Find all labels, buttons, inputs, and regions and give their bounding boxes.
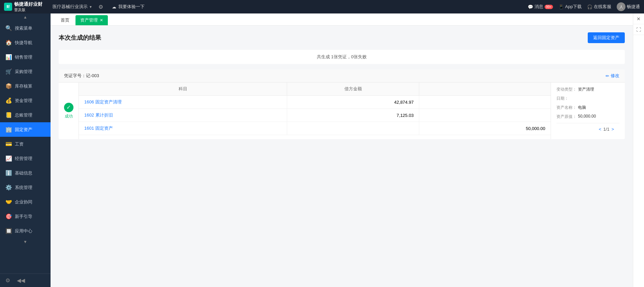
sidebar-label-ledger: 总账管理 — [15, 112, 32, 118]
sidebar-item-system[interactable]: ⚙️ 系统管理 — [0, 180, 51, 195]
info-date: 日期： — [556, 96, 619, 101]
side-info-panel: 变动类型： 资产清理 日期： 资产名称： 电脑 资产原值： — [551, 83, 625, 139]
settings-icon[interactable]: ⚙ — [98, 4, 103, 10]
voucher-main-table: 科目 借方金额 1606 固定资产清理 42,874.97 — [79, 83, 551, 139]
sidebar-item-sales[interactable]: 📊 销售管理 — [0, 50, 51, 64]
sidebar-label-inventory: 库存核算 — [15, 83, 32, 89]
collapse-sidebar-button[interactable]: ◀◀ — [17, 277, 25, 284]
user-name: 畅捷通 — [627, 4, 640, 10]
edit-icon: ✏ — [606, 73, 609, 78]
settings-bottom-icon[interactable]: ⚙ — [5, 277, 10, 284]
sidebar-label-basic-info: 基础信息 — [15, 170, 32, 176]
row2-subject[interactable]: 1602 累计折旧 — [79, 109, 287, 122]
asset-value-label: 资产原值： — [556, 114, 577, 120]
row3-subject[interactable]: 1601 固定资产 — [79, 122, 287, 135]
scroll-down-button[interactable]: ▼ — [0, 238, 51, 246]
sidebar-label-search: 搜索菜单 — [15, 25, 32, 31]
sidebar-label-quick-nav: 快捷导航 — [15, 40, 32, 46]
sidebar-label-operations: 经营管理 — [15, 156, 32, 162]
app-version: 普及版 — [14, 7, 42, 12]
main-layout: ▲ 🔍 搜索菜单 🏠 快捷导航 📊 销售管理 🛒 采购管理 📦 库存核算 💰 资… — [0, 13, 644, 287]
sidebar-item-ledger[interactable]: 📒 总账管理 — [0, 108, 51, 122]
close-panel-button[interactable]: ✕ — [633, 13, 644, 24]
row2-debit: 7,125.03 — [287, 109, 419, 122]
box-icon: 📦 — [5, 83, 12, 89]
sidebar-item-inventory[interactable]: 📦 库存核算 — [0, 79, 51, 93]
asset-value-value: 50,000.00 — [578, 114, 596, 120]
messages-button[interactable]: 💬 消息 99+ — [528, 4, 553, 10]
app-download-label: App下载 — [565, 4, 582, 10]
change-type-label: 变动类型： — [556, 87, 577, 92]
sidebar-item-search[interactable]: 🔍 搜索菜单 — [0, 21, 51, 35]
cloud-icon: ☁ — [112, 4, 116, 9]
headset-icon: 🎧 — [587, 4, 592, 9]
sidebar-label-fixed-assets: 固定资产 — [15, 127, 32, 133]
sidebar-item-enterprise[interactable]: 🤝 企业协同 — [0, 195, 51, 209]
change-type-value: 资产清理 — [578, 87, 594, 92]
message-icon: 💬 — [528, 4, 533, 9]
sidebar-item-operations[interactable]: 📈 经营管理 — [0, 151, 51, 166]
logo-icon: 财 — [4, 3, 12, 11]
app-name: 畅捷通好业财 — [14, 1, 42, 7]
summary-bar: 共生成 1张凭证，0张失败 — [59, 50, 625, 64]
online-service-button[interactable]: 🎧 在线客服 — [587, 4, 611, 10]
asset-name-value: 电脑 — [578, 105, 586, 110]
back-to-fixed-assets-button[interactable]: 返回固定资产 — [588, 32, 625, 43]
row3-debit — [287, 122, 419, 135]
building-icon: 🏢 — [5, 126, 12, 133]
messages-badge: 99+ — [545, 5, 553, 9]
sidebar-item-quick-nav[interactable]: 🏠 快捷导航 — [0, 35, 51, 50]
topbar: 财 畅捷通好业财 普及版 医疗器械行业演示 ▼ ⚙ ☁ 我要体验一下 💬 消息 … — [0, 0, 644, 13]
page-content: 本次生成的结果 返回固定资产 共生成 1张凭证，0张失败 凭证字号：记-003 … — [51, 26, 633, 287]
chart-icon: 📊 — [5, 54, 12, 60]
sidebar-item-guide[interactable]: 🎯 新手引导 — [0, 209, 51, 224]
tab-home[interactable]: 首页 — [56, 15, 74, 25]
experience-button[interactable]: ☁ 我要体验一下 — [112, 4, 145, 10]
card-icon: 💳 — [5, 141, 12, 147]
money-icon: 💰 — [5, 97, 12, 104]
voucher-status-cell: ✓ 成功 — [59, 83, 79, 139]
target-icon: 🎯 — [5, 213, 12, 220]
book-icon: 📒 — [5, 112, 12, 118]
sidebar-bottom: ⚙ ◀◀ — [0, 274, 51, 287]
topbar-left: 财 畅捷通好业财 普及版 医疗器械行业演示 ▼ ⚙ ☁ 我要体验一下 — [4, 1, 145, 12]
experience-label: 我要体验一下 — [118, 4, 145, 10]
sidebar-item-funds[interactable]: 💰 资金管理 — [0, 93, 51, 108]
col-debit: 借方金额 — [287, 83, 419, 96]
search-icon: 🔍 — [5, 25, 12, 31]
edit-voucher-button[interactable]: ✏ 修改 — [606, 73, 619, 79]
next-page-button[interactable]: > — [611, 127, 614, 132]
sidebar-item-payroll[interactable]: 💳 工资 — [0, 137, 51, 151]
page-header: 本次生成的结果 返回固定资产 — [59, 32, 625, 43]
sidebar-label-system: 系统管理 — [15, 185, 32, 191]
table-row: 1606 固定资产清理 42,874.97 — [79, 96, 551, 109]
scroll-up-button[interactable]: ▲ — [0, 13, 51, 21]
user-profile[interactable]: 人 畅捷通 — [617, 2, 640, 11]
sidebar-item-fixed-assets[interactable]: 🏢 固定资产 — [0, 122, 51, 137]
content-area: 首页 资产管理 ✕ 本次生成的结果 返回固定资产 共生成 1张凭证，0张失败 — [51, 13, 633, 287]
info-icon: ℹ️ — [5, 170, 12, 176]
table-row: 1601 固定资产 50,000.00 — [79, 122, 551, 135]
asset-name-label: 资产名称： — [556, 105, 577, 110]
company-name: 医疗器械行业演示 — [53, 4, 88, 10]
tab-bar: 首页 资产管理 ✕ — [51, 13, 633, 26]
edit-label: 修改 — [611, 73, 619, 79]
sidebar-item-app-center[interactable]: 🔲 应用中心 — [0, 224, 51, 238]
row1-subject[interactable]: 1606 固定资产清理 — [79, 96, 287, 109]
panel-controls: ✕ ⛶ — [633, 13, 644, 287]
voucher-table: 科目 借方金额 1606 固定资产清理 42,874.97 — [79, 83, 551, 135]
tab-asset-mgmt-label: 资产管理 — [80, 17, 98, 23]
prev-page-button[interactable]: < — [599, 127, 602, 132]
home-icon: 🏠 — [5, 39, 12, 46]
sidebar-item-basic-info[interactable]: ℹ️ 基础信息 — [0, 166, 51, 180]
app-download-button[interactable]: 📱 App下载 — [558, 4, 582, 10]
table-row: 1602 累计折旧 7,125.03 — [79, 109, 551, 122]
sidebar-item-purchase[interactable]: 🛒 采购管理 — [0, 64, 51, 79]
app-logo: 财 畅捷通好业财 普及版 — [4, 1, 42, 12]
company-selector[interactable]: 医疗器械行业演示 ▼ — [53, 4, 92, 10]
tab-close-icon[interactable]: ✕ — [100, 18, 103, 23]
expand-panel-button[interactable]: ⛶ — [633, 24, 644, 35]
sidebar-label-payroll: 工资 — [15, 141, 24, 147]
tab-asset-mgmt[interactable]: 资产管理 ✕ — [75, 15, 108, 25]
download-icon: 📱 — [558, 4, 564, 9]
